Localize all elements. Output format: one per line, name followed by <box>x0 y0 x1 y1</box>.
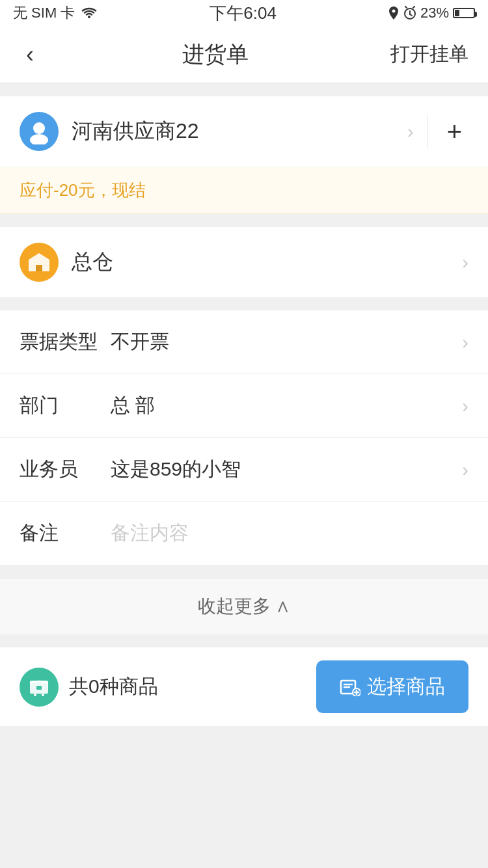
battery-icon <box>453 8 475 18</box>
svg-point-8 <box>30 134 48 144</box>
svg-point-14 <box>34 694 36 696</box>
top-divider <box>0 83 488 96</box>
supplier-name-area[interactable]: 河南供应商22 › <box>72 117 414 146</box>
supplier-row: 河南供应商22 › + <box>0 96 488 167</box>
svg-line-6 <box>413 7 414 8</box>
invoice-chevron-icon: › <box>462 331 468 353</box>
dept-chevron-icon: › <box>462 395 468 417</box>
salesperson-label: 业务员 <box>20 456 98 483</box>
product-icon-wrap <box>20 668 59 707</box>
warehouse-icon <box>27 251 51 274</box>
warehouse-section: 总仓 › <box>0 227 488 297</box>
cart-icon <box>27 675 51 699</box>
vertical-divider <box>427 115 427 148</box>
add-supplier-button[interactable]: + <box>441 117 468 146</box>
nav-bar: ‹ 进货单 打开挂单 <box>0 26 488 83</box>
bottom-bar: 共0种商品 选择商品 <box>0 647 488 726</box>
remark-row[interactable]: 备注 备注内容 <box>0 502 488 565</box>
svg-point-15 <box>42 694 44 696</box>
carrier-label: 无 SIM 卡 <box>13 3 75 23</box>
product-count-label: 共0种商品 <box>69 673 158 700</box>
dept-label: 部门 <box>20 392 98 419</box>
select-product-button[interactable]: 选择商品 <box>316 660 468 713</box>
select-product-icon <box>340 678 360 696</box>
page-title: 进货单 <box>182 40 249 70</box>
status-time: 下午6:04 <box>210 2 277 25</box>
remark-label: 备注 <box>20 520 98 547</box>
payment-hint: 应付-20元，现结 <box>0 167 488 214</box>
svg-rect-13 <box>36 686 42 690</box>
alarm-icon <box>403 6 416 20</box>
warehouse-icon-wrap <box>20 243 59 282</box>
status-bar: 无 SIM 卡 下午6:04 23% <box>0 0 488 26</box>
dept-value: 总 部 <box>111 392 462 419</box>
invoice-row[interactable]: 票据类型 不开票 › <box>0 310 488 374</box>
svg-point-1 <box>392 10 395 13</box>
invoice-value: 不开票 <box>111 329 462 355</box>
supplier-chevron-icon: › <box>407 120 414 142</box>
back-button[interactable]: ‹ <box>20 34 40 75</box>
location-icon <box>388 6 400 20</box>
invoice-label: 票据类型 <box>20 329 98 355</box>
form-section: 票据类型 不开票 › 部门 总 部 › 业务员 这是859的小智 › 备注 备注… <box>0 310 488 565</box>
salesperson-row[interactable]: 业务员 这是859的小智 › <box>0 438 488 502</box>
salesperson-value: 这是859的小智 <box>111 456 462 483</box>
avatar-icon <box>26 118 52 144</box>
warehouse-row[interactable]: 总仓 › <box>0 227 488 297</box>
svg-rect-11 <box>36 265 42 271</box>
collapse-button[interactable]: 收起更多 ∧ <box>198 596 291 616</box>
select-product-label: 选择商品 <box>367 673 445 700</box>
supplier-section: 河南供应商22 › + 应付-20元，现结 <box>0 96 488 214</box>
salesperson-chevron-icon: › <box>462 459 468 481</box>
remark-input[interactable]: 备注内容 <box>111 520 468 547</box>
svg-point-7 <box>33 122 45 134</box>
status-left: 无 SIM 卡 <box>13 3 98 23</box>
dept-row[interactable]: 部门 总 部 › <box>0 374 488 438</box>
warehouse-chevron-icon: › <box>462 251 468 273</box>
supplier-avatar <box>20 112 59 151</box>
wifi-icon <box>80 7 98 20</box>
status-right: 23% <box>388 5 475 21</box>
collapse-section: 收起更多 ∧ <box>0 578 488 634</box>
svg-line-5 <box>405 7 407 8</box>
product-count-wrap: 共0种商品 <box>20 668 158 707</box>
supplier-name: 河南供应商22 <box>72 117 199 146</box>
open-pending-button[interactable]: 打开挂单 <box>390 41 468 68</box>
svg-point-0 <box>88 16 90 18</box>
svg-line-4 <box>410 14 412 16</box>
warehouse-name: 总仓 <box>72 248 462 277</box>
battery-label: 23% <box>420 5 449 21</box>
